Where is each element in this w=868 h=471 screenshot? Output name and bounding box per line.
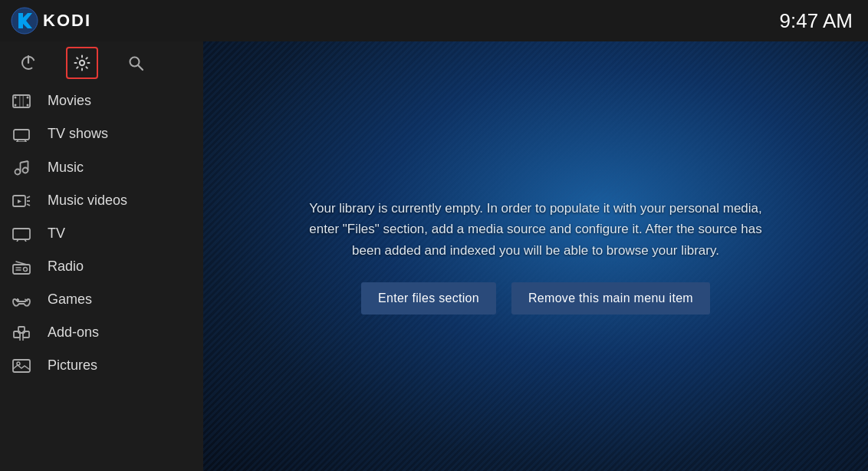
svg-line-22 xyxy=(21,161,28,163)
svg-rect-44 xyxy=(13,360,30,372)
sidebar-item-music-label: Music xyxy=(48,160,84,176)
svg-rect-13 xyxy=(23,95,25,107)
radio-icon xyxy=(12,259,34,275)
sidebar-item-tv-label: TV xyxy=(48,226,65,242)
sidebar-item-radio[interactable]: Radio xyxy=(0,250,203,283)
svg-point-38 xyxy=(27,300,28,301)
addons-icon xyxy=(12,325,34,341)
sidebar-item-tvshows[interactable]: TV shows xyxy=(0,117,203,150)
sidebar: Movies TV shows xyxy=(0,41,203,471)
kodi-logo-icon xyxy=(11,7,38,35)
sidebar-item-tv[interactable]: TV xyxy=(0,217,203,250)
musicvideos-icon xyxy=(12,193,34,209)
sidebar-item-musicvideos[interactable]: Music videos xyxy=(0,184,203,217)
tvshows-icon xyxy=(12,127,34,142)
content-area: Your library is currently empty. In orde… xyxy=(203,41,868,471)
gear-icon xyxy=(74,54,90,71)
tv-icon xyxy=(12,226,34,242)
content-panel: Your library is currently empty. In orde… xyxy=(275,175,797,338)
games-icon xyxy=(12,292,34,308)
sidebar-nav: Movies TV shows xyxy=(0,84,203,471)
remove-menu-item-button[interactable]: Remove this main menu item xyxy=(511,282,710,315)
header-left: KODI xyxy=(11,7,91,35)
settings-button[interactable] xyxy=(66,47,98,79)
svg-point-8 xyxy=(15,96,17,98)
sidebar-item-games[interactable]: Games xyxy=(0,283,203,316)
sidebar-item-addons[interactable]: Add-ons xyxy=(0,316,203,349)
app-title: KODI xyxy=(43,11,91,31)
music-icon xyxy=(12,159,34,176)
action-buttons: Enter files section Remove this main men… xyxy=(306,282,766,315)
library-empty-message: Your library is currently empty. In orde… xyxy=(306,198,766,261)
sidebar-item-music[interactable]: Music xyxy=(0,150,203,184)
sidebar-item-pictures-label: Pictures xyxy=(48,357,97,374)
svg-point-32 xyxy=(24,267,28,271)
svg-point-9 xyxy=(27,96,29,98)
search-button[interactable] xyxy=(120,47,152,79)
search-icon xyxy=(127,54,144,71)
svg-line-6 xyxy=(138,65,143,70)
svg-point-11 xyxy=(27,104,29,106)
svg-line-27 xyxy=(27,204,30,206)
power-icon xyxy=(20,54,37,71)
sidebar-item-games-label: Games xyxy=(48,291,92,308)
sidebar-item-movies[interactable]: Movies xyxy=(0,84,203,117)
clock: 9:47 AM xyxy=(780,9,853,33)
svg-rect-12 xyxy=(19,95,21,107)
svg-point-19 xyxy=(23,168,28,173)
pictures-icon xyxy=(12,358,34,374)
header: KODI 9:47 AM xyxy=(0,0,868,41)
svg-rect-14 xyxy=(14,130,29,140)
power-button[interactable] xyxy=(12,47,44,79)
enter-files-section-button[interactable]: Enter files section xyxy=(361,282,496,315)
svg-marker-24 xyxy=(18,199,21,203)
sidebar-item-musicvideos-label: Music videos xyxy=(48,193,127,209)
svg-point-10 xyxy=(15,104,17,106)
main-layout: Movies TV shows xyxy=(0,41,868,471)
sidebar-item-tvshows-label: TV shows xyxy=(48,126,108,142)
svg-point-18 xyxy=(15,170,21,175)
svg-rect-28 xyxy=(13,229,30,239)
svg-line-25 xyxy=(27,196,30,198)
sidebar-item-pictures[interactable]: Pictures xyxy=(0,349,203,382)
sidebar-item-radio-label: Radio xyxy=(48,259,84,275)
movies-icon xyxy=(12,94,34,109)
sidebar-item-movies-label: Movies xyxy=(48,93,91,109)
svg-point-37 xyxy=(25,298,26,300)
sidebar-item-addons-label: Add-ons xyxy=(48,324,99,341)
svg-point-4 xyxy=(80,61,84,65)
sidebar-top-controls xyxy=(0,41,203,84)
